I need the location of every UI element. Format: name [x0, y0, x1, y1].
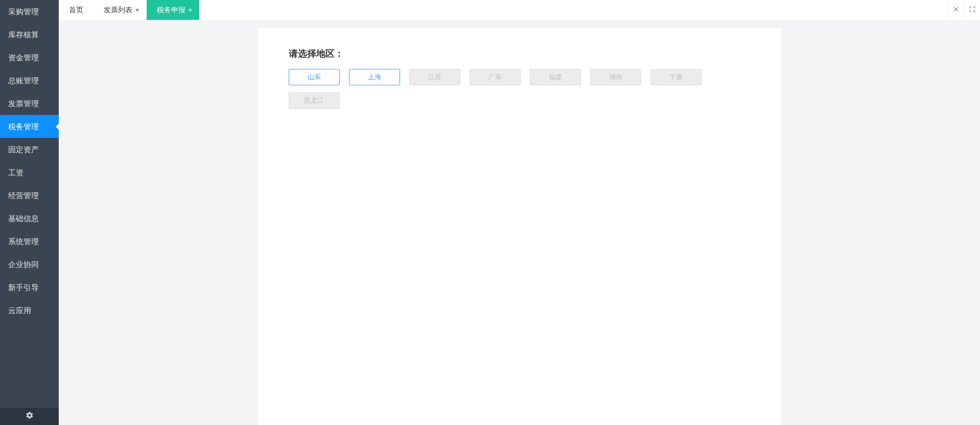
fullscreen-icon	[969, 6, 976, 15]
sidebar-item[interactable]: 库存核算	[0, 23, 59, 46]
region-button-label: 湖南	[609, 73, 622, 82]
region-button-label: 宁夏	[669, 73, 683, 82]
close-icon[interactable]: ×	[135, 7, 139, 13]
sidebar-item-label: 新手引导	[8, 283, 39, 292]
tab[interactable]: 首页	[59, 0, 94, 20]
region-button: 湖南	[590, 69, 641, 85]
sidebar-item[interactable]: 经营管理	[0, 184, 59, 207]
panel-title: 请选择地区：	[289, 48, 751, 60]
sidebar-item[interactable]: 采购管理	[0, 0, 59, 23]
region-button: 福建	[530, 69, 581, 85]
sidebar-item[interactable]: 工资	[0, 161, 59, 184]
tab[interactable]: 发票列表×	[94, 0, 147, 20]
sidebar-item[interactable]: 系统管理	[0, 230, 59, 253]
close-all-tabs-button[interactable]	[947, 0, 964, 20]
sidebar-settings-button[interactable]	[0, 408, 59, 425]
sidebar-item[interactable]: 税务管理	[0, 115, 59, 138]
sidebar-item[interactable]: 总账管理	[0, 69, 59, 92]
region-button: 广东	[470, 69, 521, 85]
sidebar-item-label: 发票管理	[8, 99, 39, 108]
sidebar-item[interactable]: 企业协同	[0, 253, 59, 276]
region-button-label: 广东	[488, 73, 502, 82]
sidebar-item[interactable]: 云应用	[0, 299, 59, 322]
sidebar: 采购管理库存核算资金管理总账管理发票管理税务管理固定资产工资经营管理基础信息系统…	[0, 0, 59, 425]
close-icon	[952, 6, 960, 15]
content-area: 请选择地区： 山东上海江苏广东福建湖南宁夏黑龙江	[59, 20, 980, 425]
sidebar-item[interactable]: 新手引导	[0, 276, 59, 299]
sidebar-item-label: 基础信息	[8, 214, 39, 223]
region-button[interactable]: 上海	[349, 69, 400, 85]
tab-label: 发票列表	[104, 6, 132, 15]
gear-icon	[26, 411, 34, 421]
sidebar-item[interactable]: 发票管理	[0, 92, 59, 115]
region-button[interactable]: 山东	[289, 69, 340, 85]
sidebar-item-label: 采购管理	[8, 7, 39, 16]
region-button-label: 上海	[368, 73, 381, 82]
region-button-label: 黑龙江	[304, 96, 324, 105]
sidebar-item-label: 经营管理	[8, 191, 39, 200]
region-button-label: 福建	[549, 73, 562, 82]
sidebar-item-label: 库存核算	[8, 30, 39, 39]
tabs-bar: 首页发票列表×税务申报×	[59, 0, 980, 20]
tab-label: 税务申报	[157, 6, 185, 15]
sidebar-item-label: 企业协同	[8, 260, 39, 269]
sidebar-item-label: 系统管理	[8, 237, 39, 246]
sidebar-item-label: 固定资产	[8, 145, 39, 154]
region-button: 黑龙江	[289, 92, 340, 109]
sidebar-item-label: 资金管理	[8, 53, 39, 62]
sidebar-item[interactable]: 基础信息	[0, 207, 59, 230]
sidebar-item-label: 工资	[8, 168, 24, 177]
tab[interactable]: 税务申报×	[147, 0, 200, 20]
region-button: 宁夏	[650, 69, 702, 85]
close-icon[interactable]: ×	[189, 7, 193, 13]
sidebar-item-label: 云应用	[8, 306, 31, 315]
sidebar-item-label: 总账管理	[8, 76, 39, 85]
sidebar-item[interactable]: 资金管理	[0, 46, 59, 69]
region-button-label: 江苏	[428, 73, 441, 82]
sidebar-item-label: 税务管理	[8, 122, 39, 131]
region-select-panel: 请选择地区： 山东上海江苏广东福建湖南宁夏黑龙江	[258, 28, 781, 425]
region-button: 江苏	[409, 69, 460, 85]
fullscreen-button[interactable]	[964, 0, 980, 20]
region-button-label: 山东	[308, 73, 321, 82]
tab-label: 首页	[69, 6, 83, 15]
sidebar-item[interactable]: 固定资产	[0, 138, 59, 161]
